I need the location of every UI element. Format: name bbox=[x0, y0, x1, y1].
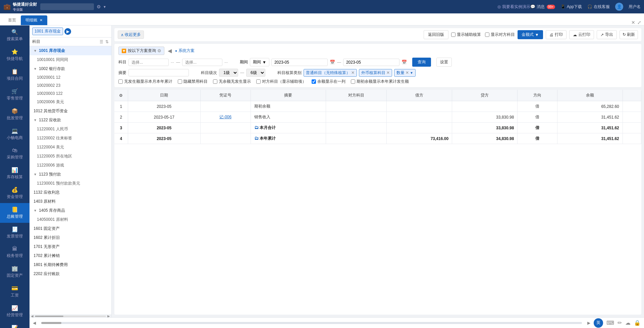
cb-no-balance[interactable]: 无余额无发生显示 bbox=[213, 79, 251, 84]
tree-item-1123[interactable]: ▼ 1123 预付款 bbox=[30, 170, 111, 179]
category-tag-1[interactable]: 普通科目（无特殊核算） ✕ bbox=[304, 69, 357, 77]
refresh-btn[interactable]: ↻ 刷新 bbox=[620, 30, 638, 39]
scheme-settings-icon[interactable]: ⚙ bbox=[157, 48, 161, 53]
tree-item-11220002[interactable]: 11220002 往来标签 bbox=[30, 134, 111, 143]
sidebar-item-quick-nav[interactable]: ⭐ 快捷导航 bbox=[0, 45, 30, 65]
tab-ledger[interactable]: 明细账 ✕ bbox=[21, 15, 47, 25]
period-end-input[interactable] bbox=[343, 59, 399, 66]
lock-icon[interactable]: 🔒 bbox=[634, 320, 641, 326]
period-type-select[interactable]: 期间 ▼ bbox=[250, 58, 269, 66]
message-btn[interactable]: 💬 消息 99+ bbox=[530, 4, 555, 10]
sidebar-item-invoice[interactable]: 🧾 发票管理 bbox=[0, 223, 30, 243]
print-btn[interactable]: 🖨 打印 bbox=[546, 30, 567, 39]
tree-item-1405[interactable]: ▼ 1405 库存商品 bbox=[30, 206, 111, 215]
tree-list-icon[interactable]: ☰ bbox=[100, 40, 103, 44]
sidebar-item-tax[interactable]: 🏛 税务管理 bbox=[0, 243, 30, 262]
expand-filter-btn[interactable]: ∧ 收起更多 bbox=[118, 30, 144, 39]
summary-input[interactable] bbox=[128, 69, 189, 76]
back-to-old-btn[interactable]: 返回旧版 bbox=[424, 30, 448, 39]
user-avatar[interactable]: 👤 bbox=[615, 3, 623, 11]
sidebar-item-salary[interactable]: 💳 工资 bbox=[0, 282, 30, 302]
lang-switch-btn[interactable]: 英 bbox=[594, 318, 603, 328]
show-counter-checkbox[interactable]: 显示对方科目 bbox=[485, 32, 515, 38]
tree-item-1002[interactable]: ▼ 1002 银行存款 bbox=[30, 64, 111, 73]
tree-item-1801[interactable]: 1801 长期待摊费用 bbox=[30, 260, 111, 269]
cb-init-balance-input[interactable] bbox=[351, 79, 355, 84]
scroll-left-icon[interactable]: ◀ bbox=[31, 314, 34, 317]
cb-no-amount-input[interactable] bbox=[118, 79, 123, 84]
tree-item-11220004[interactable]: 11220004 美元 bbox=[30, 143, 111, 152]
chevron-down-small-icon[interactable]: ▼ bbox=[410, 71, 413, 75]
cb-counter-aux[interactable]: 对方科目（显示辅助项） bbox=[256, 79, 306, 84]
tab-close-icon[interactable]: ✕ bbox=[40, 18, 43, 22]
sidebar-item-inventory[interactable]: 📊 库存核算 bbox=[0, 163, 30, 183]
cloud-icon[interactable]: ☁ bbox=[625, 320, 631, 326]
sidebar-item-ecommerce[interactable]: 💻 小畅电商 bbox=[0, 124, 30, 144]
voucher-link[interactable]: 记-006 bbox=[219, 115, 231, 119]
cb-hide-disabled-input[interactable] bbox=[178, 79, 182, 84]
top-search-input[interactable] bbox=[40, 3, 94, 10]
window-close-icon[interactable]: ✕ bbox=[631, 20, 635, 25]
tree-item-1701[interactable]: 1701 无形资产 bbox=[30, 242, 111, 251]
tree-item-1602[interactable]: 1602 累计折旧 bbox=[30, 233, 111, 242]
cb-balance-col-input[interactable] bbox=[312, 79, 316, 84]
tag-remove-1[interactable]: ✕ bbox=[351, 70, 355, 75]
tree-body[interactable]: ▼ 1001 库存现金 10010001 同同同 ▼ 1002 银行存款 100… bbox=[30, 46, 111, 315]
tree-item-1702[interactable]: 1702 累计摊销 bbox=[30, 251, 111, 260]
tree-item-11220006[interactable]: 11220006 游戏 bbox=[30, 161, 111, 170]
tree-item-10020001[interactable]: 10020001 12 bbox=[30, 73, 111, 81]
tree-item-1601[interactable]: 1601 固定资产 bbox=[30, 224, 111, 233]
table-gear-icon[interactable]: ⚙ bbox=[119, 93, 123, 98]
cloud-print-btn[interactable]: ☁ 云打印 bbox=[569, 30, 594, 39]
cb-no-amount[interactable]: 无发生额显示本月本年累计 bbox=[118, 79, 172, 84]
sidebar-item-project[interactable]: 📋 项目合同 bbox=[0, 65, 30, 85]
sidebar-item-search[interactable]: 🔍 搜索菜单 bbox=[0, 25, 30, 45]
app-download-btn[interactable]: 📱 App下载 bbox=[560, 4, 582, 10]
tree-item-11220005[interactable]: 11220005 所在地区 bbox=[30, 152, 111, 161]
query-btn[interactable]: 查询 bbox=[412, 58, 431, 67]
sidebar-item-wholesale[interactable]: 📦 批发管理 bbox=[0, 105, 30, 124]
cb-init-balance[interactable]: 期初余额显示本年累计发生额 bbox=[351, 79, 409, 84]
tree-sort-icon[interactable]: ⇅ bbox=[105, 40, 109, 44]
edit-icon[interactable]: ✏ bbox=[618, 320, 622, 326]
filter-collapse-icon[interactable]: ◀ bbox=[167, 47, 172, 55]
subject-input[interactable] bbox=[128, 59, 169, 66]
more-icon-2[interactable]: ··· bbox=[224, 60, 228, 65]
horizontal-scrollbar[interactable] bbox=[41, 322, 582, 324]
tree-item-1132[interactable]: 1132 应收利息 bbox=[30, 188, 111, 197]
subject-end-input[interactable] bbox=[182, 59, 222, 66]
cb-no-balance-input[interactable] bbox=[213, 79, 217, 84]
sidebar-item-accounting[interactable]: 📒 总账管理 bbox=[0, 203, 30, 223]
scroll-right-btn[interactable]: ▶ bbox=[587, 321, 590, 325]
tree-item-1001[interactable]: ▼ 1001 库存现金 bbox=[30, 46, 111, 55]
tab-home[interactable]: 首页 bbox=[3, 15, 21, 25]
settings-icon[interactable]: ⚙ bbox=[97, 4, 101, 9]
cb-balance-col[interactable]: 余额显示在一列 bbox=[312, 79, 345, 84]
tree-item-10020002[interactable]: 10020002 23 bbox=[30, 81, 111, 89]
account-navigate-btn[interactable]: ▶ bbox=[64, 28, 71, 35]
tree-item-10020003[interactable]: 10020003 122 bbox=[30, 89, 111, 97]
tree-item-10010001[interactable]: 10010001 同同同 bbox=[30, 55, 111, 64]
tree-item-11230001[interactable]: 11230001 预付款款美元 bbox=[30, 179, 111, 188]
sidebar-item-report[interactable]: 📝 小畅报销 bbox=[0, 321, 30, 328]
cb-counter-aux-input[interactable] bbox=[256, 79, 261, 84]
demo-link[interactable]: ◎ 我要看实例演示 bbox=[497, 4, 530, 10]
tree-item-14050001[interactable]: 14050001 原材料 bbox=[30, 215, 111, 224]
more-icon[interactable]: ··· bbox=[171, 60, 174, 65]
tag-remove-2[interactable]: ✕ bbox=[386, 70, 390, 75]
tree-item-11220001[interactable]: 11220001 人民币 bbox=[30, 125, 111, 134]
col-gear[interactable]: ⚙ bbox=[114, 90, 128, 101]
scroll-left-btn[interactable]: ◀ bbox=[33, 321, 36, 325]
category-tag-3[interactable]: 数量 ✕ ▼ bbox=[394, 69, 416, 77]
scroll-right-icon[interactable]: ▶ bbox=[107, 314, 110, 317]
period-cal-start-icon[interactable]: 📅 bbox=[330, 60, 335, 65]
amount-style-btn[interactable]: 金额式 ▼ bbox=[518, 30, 543, 39]
tag-remove-3[interactable]: ✕ bbox=[406, 70, 409, 75]
setting-btn[interactable]: 设置 bbox=[436, 58, 452, 67]
top-settings[interactable]: ⚙ ▼ bbox=[97, 4, 106, 9]
category-tag-2[interactable]: 外币核算科目 ✕ bbox=[359, 69, 392, 77]
selected-account-tag[interactable]: 1001 库存现金 bbox=[32, 27, 63, 35]
window-max-icon[interactable]: ⤢ bbox=[637, 20, 641, 25]
show-counter-input[interactable] bbox=[485, 32, 489, 37]
tree-item-1122[interactable]: ▼ 1122 应收款 bbox=[30, 116, 111, 125]
